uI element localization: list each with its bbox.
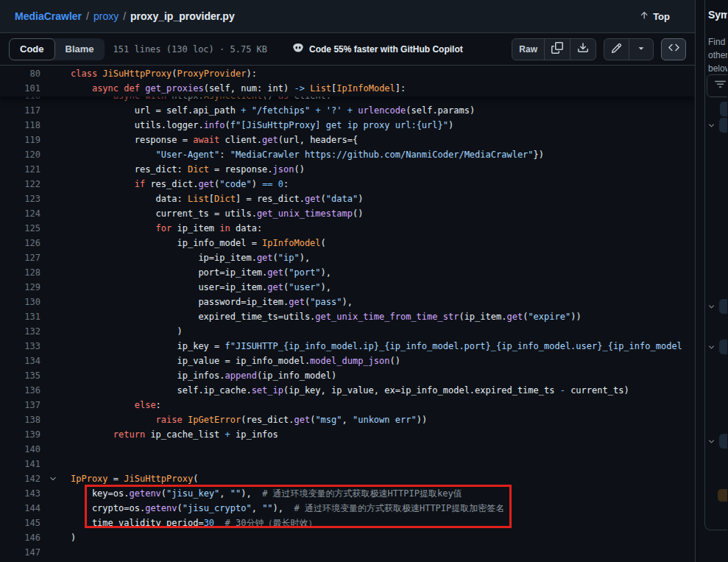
gutter-spacer [40,516,71,530]
chevron-down-icon [707,303,715,311]
copilot-banner-text: Code 55% faster with GitHub Copilot [309,44,463,55]
edit-dropdown-button[interactable] [629,39,653,60]
toolbar-actions: Raw [512,38,686,60]
line-number[interactable]: 146 [0,530,40,545]
symbol-tree-row[interactable] [707,118,727,133]
gutter-spacer [40,368,71,383]
symbols-description-line: other symbols in this file by clicking a… [708,49,727,62]
scroll-to-top-button[interactable]: Top [639,10,670,23]
github-code-view: MediaCrawler / proxy / proxy_ip_provider… [0,0,728,562]
line-number[interactable]: 143 [0,486,40,501]
edit-button[interactable] [604,39,629,60]
symbol-chip[interactable] [718,489,727,502]
symbol-tree-row[interactable] [707,434,727,449]
fold-chevron-icon[interactable] [40,471,71,486]
line-number[interactable]: 137 [0,398,40,412]
breadcrumb-folder-link[interactable]: proxy [93,10,119,22]
line-number[interactable]: 101 [0,81,40,96]
line-number[interactable]: 122 [0,177,40,192]
symbols-panel-toggle-button[interactable] [661,38,686,60]
line-number[interactable]: 118 [0,118,40,133]
gutter-spacer [40,236,71,250]
breadcrumb-separator: / [123,10,126,22]
line-number[interactable]: 123 [0,192,40,206]
copilot-banner[interactable]: Code 55% faster with GitHub Copilot [292,42,463,56]
line-number[interactable]: 133 [0,339,40,354]
code-line: 121 res_dict: Dict = response.json() [0,162,695,177]
line-number[interactable]: 144 [0,501,40,516]
line-number[interactable]: 134 [0,354,40,368]
symbols-heading: Symbols [708,9,727,21]
code-text: data: List[Dict] = res_dict.get("data") [71,192,363,206]
line-number[interactable]: 140 [0,442,40,457]
symbol-chip [719,340,727,354]
line-number[interactable]: 142 [0,471,40,486]
line-number[interactable]: 124 [0,206,40,221]
gutter-spacer [40,457,71,471]
symbol-tree-row[interactable] [707,340,727,354]
code-line: 146) [0,530,695,545]
copy-button[interactable] [544,39,570,60]
line-number[interactable]: 145 [0,516,40,530]
line-number[interactable]: 129 [0,280,40,295]
code-line: 142IpProxy = JiSuHttpProxy( [0,471,695,486]
code-text: return ip_cache_list + ip_infos [71,427,278,442]
raw-button[interactable]: Raw [512,39,544,60]
filter-icon [715,79,726,93]
code-line: 130 password=ip_item.get("pass"), [0,295,695,309]
code-viewport: 116 async with httpx.AsyncClient() as cl… [0,66,695,562]
tab-code[interactable]: Code [9,38,55,60]
code-line: 136 self.ip_cache.set_ip(ip_key, ip_valu… [0,383,695,398]
line-number[interactable]: 130 [0,295,40,309]
code-line: 126 ip_info_model = IpInfoModel( [0,236,695,250]
gutter-spacer [40,66,71,81]
symbol-chip[interactable] [720,102,727,116]
line-number[interactable]: 138 [0,412,40,427]
line-number[interactable]: 117 [0,103,40,118]
code-text: ) [71,530,76,545]
line-number[interactable]: 131 [0,309,40,324]
gutter-spacer [40,147,71,162]
line-number[interactable]: 128 [0,265,40,280]
symbols-filter-input[interactable] [707,74,727,97]
download-button[interactable] [570,39,596,60]
tab-blame[interactable]: Blame [55,38,105,60]
line-number[interactable]: 126 [0,236,40,250]
code-text: ip=ip_item.get("ip"), [71,250,310,265]
line-number[interactable]: 132 [0,324,40,339]
sticky-scope-lines: 80class JiSuHttpProxy(ProxyProvider):101… [0,66,695,96]
code-text: utils.logger.info(f"[JiSuHttpProxy] get … [71,118,453,133]
code-line: 125 for ip_item in data: [0,221,695,236]
line-number[interactable]: 120 [0,147,40,162]
gutter-spacer [40,501,71,516]
code-line: 129 user=ip_item.get("user"), [0,280,695,295]
line-number[interactable]: 147 [0,545,40,560]
line-number[interactable]: 136 [0,383,40,398]
pencil-icon [611,43,622,56]
gutter-spacer [40,206,71,221]
line-number[interactable]: 119 [0,133,40,147]
line-number[interactable]: 139 [0,427,40,442]
file-toolbar: Code Blame 151 lines (130 loc) · 5.75 KB… [0,33,695,66]
code-line: 117 url = self.api_path + "/fetchips" + … [0,103,695,118]
gutter-spacer [40,133,71,147]
code-line: 122 if res_dict.get("code") == 0: [0,177,695,192]
line-number[interactable]: 135 [0,368,40,383]
gutter-spacer [40,412,71,427]
breadcrumb-repo-link[interactable]: MediaCrawler [15,10,82,22]
gutter-spacer [40,324,71,339]
line-number[interactable]: 127 [0,250,40,265]
code-line: 138 raise IpGetError(res_dict.get("msg",… [0,412,695,427]
code-text: expired_time_ts=utils.get_unix_time_from… [71,309,582,324]
line-number[interactable]: 125 [0,221,40,236]
code-text: self.ip_cache.set_ip(ip_key, ip_value, e… [71,383,629,398]
line-number[interactable]: 121 [0,162,40,177]
code-text: ) [71,324,183,339]
code-line: 124 current_ts = utils.get_unix_timestam… [0,206,695,221]
breadcrumb-filename: proxy_ip_provider.py [130,10,235,22]
symbol-tree-row[interactable] [707,299,727,314]
line-number[interactable]: 80 [0,66,40,81]
gutter-spacer [40,398,71,412]
code-line: 143 key=os.getenv("jisu_key", ""), # 通过环… [0,486,695,501]
line-number[interactable]: 141 [0,457,40,471]
